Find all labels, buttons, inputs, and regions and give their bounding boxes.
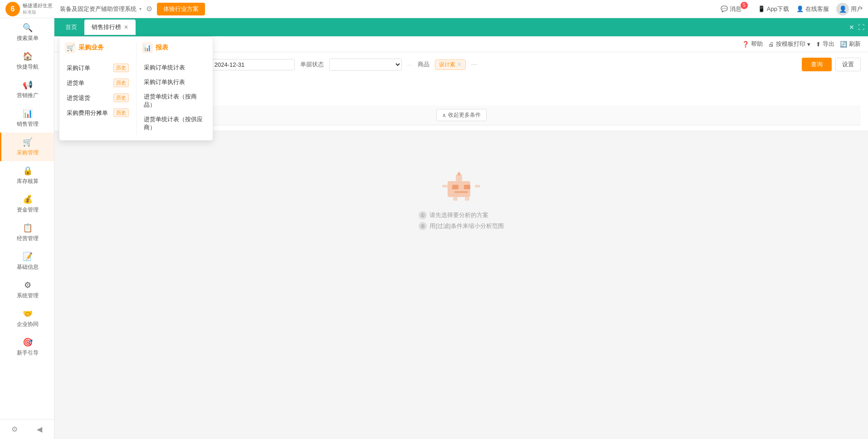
sidebar-label-basic: 基础信息 xyxy=(17,263,39,271)
sidebar-item-purchase[interactable]: 🛒 采购管理 xyxy=(0,133,54,161)
empty-illustration xyxy=(439,168,484,204)
messages-item[interactable]: 💬 消息 5 xyxy=(721,5,751,13)
history-badge-4: 历史 xyxy=(113,109,129,117)
tab-bar-right: ✕ ⛶ xyxy=(849,24,864,31)
tab-home[interactable]: 首页 xyxy=(58,20,84,35)
purchase-title-text: 采购业务 xyxy=(78,44,104,52)
export-btn[interactable]: ⬆ 导出 xyxy=(816,40,834,48)
sidebar-label-sales: 销售管理 xyxy=(17,120,39,128)
tab-sales-rank[interactable]: 销售排行榜 ✕ xyxy=(84,20,136,35)
sidebar-item-search[interactable]: 🔍 搜索菜单 xyxy=(0,18,54,47)
hint-num-2: ② xyxy=(419,222,427,230)
sidebar-label-purchase: 采购管理 xyxy=(17,149,39,157)
settings-btn[interactable]: 设置 xyxy=(835,58,861,71)
sidebar-settings-btn[interactable]: ⚙ xyxy=(4,423,25,435)
hint-text-1: 请先选择要分析的方案 xyxy=(429,211,488,219)
sidebar-item-operation[interactable]: 📋 经营管理 xyxy=(0,218,54,247)
app-download-item[interactable]: 📱 App下载 xyxy=(758,5,789,13)
report-title-icon: 📊 xyxy=(142,42,153,53)
svg-rect-1 xyxy=(452,185,458,189)
tab-window-close-icon[interactable]: ✕ xyxy=(849,24,854,31)
print-icon: 🖨 xyxy=(768,41,774,48)
finance-icon: 💰 xyxy=(23,194,33,204)
sidebar-label-system: 系统管理 xyxy=(17,292,39,300)
goods-return-label: 进货退货 xyxy=(67,94,90,102)
po-exec-label: 采购订单执行表 xyxy=(144,78,185,86)
collapse-btn[interactable]: ∧ 收起更多条件 xyxy=(436,109,487,121)
goods-label: 商品 xyxy=(418,60,429,69)
sidebar-collapse-btn[interactable]: ◀ xyxy=(29,423,51,435)
po-stats-label: 采购订单统计表 xyxy=(144,64,185,72)
history-badge-2: 历史 xyxy=(113,79,129,87)
help-icon: ❓ xyxy=(742,41,749,48)
svg-rect-3 xyxy=(454,191,468,193)
report-title-text: 报表 xyxy=(156,44,168,52)
sidebar-label-operation: 经营管理 xyxy=(17,235,39,242)
top-bar: 6 畅捷通好生意 标准版 装备及固定资产辅助管理系统 ▾ ⚙ 体验行业方案 💬 … xyxy=(0,0,868,18)
dropdown-item-purchase-order[interactable]: 采购订单 历史 xyxy=(65,60,131,75)
print-dropdown-arrow[interactable]: ▾ xyxy=(807,41,810,48)
online-service-item[interactable]: 👤 在线客服 xyxy=(796,5,829,13)
collapse-up-icon: ∧ xyxy=(442,112,446,118)
tab-close-icon[interactable]: ✕ xyxy=(124,24,128,30)
guide-icon: 🎯 xyxy=(23,337,33,347)
history-badge-3: 历史 xyxy=(113,94,129,102)
settings-icon[interactable]: ⚙ xyxy=(146,5,152,13)
purchase-expense-label: 采购费用分摊单 xyxy=(67,109,108,117)
goods-tag-close[interactable]: ✕ xyxy=(457,61,462,68)
tab-expand-icon[interactable]: ⛶ xyxy=(858,24,864,31)
sidebar-item-marketing[interactable]: 📢 营销推广 xyxy=(0,75,54,104)
refresh-icon: 🔄 xyxy=(840,41,847,48)
dropdown-purchase-title: 🛒 采购业务 xyxy=(65,42,131,56)
sidebar-item-cooperation[interactable]: 🤝 企业协同 xyxy=(0,304,54,333)
goods-in-supplier-label: 进货单统计表（按供应商） xyxy=(144,115,206,132)
date-end-input[interactable] xyxy=(210,59,295,70)
goods-ellipsis[interactable]: ··· xyxy=(471,60,477,69)
system-icon: ⚙ xyxy=(24,280,31,290)
dropdown-item-purchase-expense[interactable]: 采购费用分摊单 历史 xyxy=(65,105,131,120)
dropdown-item-po-exec[interactable]: 采购订单执行表 xyxy=(142,75,208,89)
purchase-title-icon: 🛒 xyxy=(65,42,76,53)
logo-text: 畅捷通好生意 xyxy=(23,2,53,9)
export-icon: ⬆ xyxy=(816,41,821,48)
empty-hint-1: ① 请先选择要分析的方案 xyxy=(419,211,503,219)
sidebar-item-guide[interactable]: 🎯 新手引导 xyxy=(0,333,54,361)
sidebar-label-guide: 新手引导 xyxy=(17,349,39,357)
logo-area: 6 畅捷通好生意 标准版 xyxy=(5,2,60,16)
query-btn[interactable]: 查询 xyxy=(802,58,832,71)
dropdown-item-goods-in[interactable]: 进货单 历史 xyxy=(65,75,131,90)
svg-rect-8 xyxy=(453,197,458,201)
sidebar-item-sales[interactable]: 📊 销售管理 xyxy=(0,104,54,133)
svg-rect-6 xyxy=(442,185,448,187)
sidebar-item-inventory[interactable]: 🔒 库存核算 xyxy=(0,161,54,190)
sidebar-item-basic[interactable]: 📝 基础信息 xyxy=(0,247,54,276)
user-item[interactable]: 👤 用户 xyxy=(836,3,863,15)
goods-in-stats-label: 进货单统计表（按商品） xyxy=(144,93,206,109)
filter-actions: 查询 设置 xyxy=(802,58,861,71)
svg-rect-2 xyxy=(464,185,470,189)
system-dropdown-arrow[interactable]: ▾ xyxy=(139,6,141,11)
empty-hints: ① 请先选择要分析的方案 ② 用[过滤]条件来缩小分析范围 xyxy=(419,211,503,230)
help-btn[interactable]: ❓ 帮助 xyxy=(742,40,763,48)
hint-num-1: ① xyxy=(419,211,427,219)
svg-rect-5 xyxy=(458,172,460,176)
refresh-label: 刷新 xyxy=(849,40,861,48)
print-btn[interactable]: 🖨 按模板打印 ▾ xyxy=(768,40,810,48)
refresh-btn[interactable]: 🔄 刷新 xyxy=(840,40,861,48)
help-label: 帮助 xyxy=(751,40,763,48)
svg-rect-9 xyxy=(465,197,469,201)
empty-state: ① 请先选择要分析的方案 ② 用[过滤]条件来缩小分析范围 xyxy=(54,131,868,266)
dropdown-item-goods-return[interactable]: 进货退货 历史 xyxy=(65,90,131,105)
goods-in-label: 进货单 xyxy=(67,79,84,87)
dropdown-item-po-stats[interactable]: 采购订单统计表 xyxy=(142,60,208,75)
industry-btn[interactable]: 体验行业方案 xyxy=(157,3,205,15)
sidebar-item-finance[interactable]: 💰 资金管理 xyxy=(0,190,54,218)
sidebar-item-system[interactable]: ⚙ 系统管理 xyxy=(0,276,54,304)
sidebar-bottom: ⚙ ◀ xyxy=(0,419,54,439)
dropdown-item-goods-in-supplier[interactable]: 进货单统计表（按供应商） xyxy=(142,112,208,135)
doc-status-select[interactable] xyxy=(329,59,402,71)
empty-hint-2: ② 用[过滤]条件来缩小分析范围 xyxy=(419,222,503,230)
sidebar-item-quick-nav[interactable]: 🏠 快捷导航 xyxy=(0,47,54,75)
top-bar-right: 💬 消息 5 📱 App下载 👤 在线客服 👤 用户 xyxy=(721,3,863,15)
dropdown-item-goods-in-stats[interactable]: 进货单统计表（按商品） xyxy=(142,89,208,112)
